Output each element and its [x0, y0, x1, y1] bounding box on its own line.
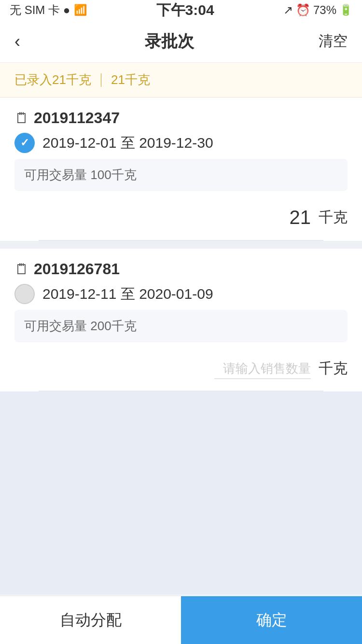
wifi-icon: 📶	[74, 4, 87, 16]
batch-id-icon-1: 🗒	[14, 110, 29, 126]
batch-1-date-row[interactable]: ✓ 2019-12-01 至 2019-12-30	[0, 131, 362, 159]
confirm-button[interactable]: 确定	[181, 596, 362, 644]
nav-bar: ‹ 录批次 清空	[0, 20, 362, 63]
batch-2-date: 2019-12-11 至 2020-01-09	[42, 284, 213, 304]
bottom-bar: 自动分配 确定	[0, 596, 362, 644]
batch-2-id: 2019126781	[34, 260, 120, 278]
batch-2-header: 🗒 2019126781	[0, 249, 362, 282]
back-button[interactable]: ‹	[14, 31, 20, 52]
auto-distribute-button[interactable]: 自动分配	[0, 596, 181, 644]
location-icon: ↗	[283, 3, 293, 17]
batch-1-header: 🗒 2019112347	[0, 98, 362, 131]
battery-level: 73%	[313, 3, 336, 17]
batch-2-checkbox[interactable]	[14, 284, 35, 304]
batch-item-2: 🗒 2019126781 2019-12-11 至 2020-01-09 可用交…	[0, 249, 362, 392]
empty-area	[0, 392, 362, 594]
checkmark-icon: ✓	[20, 137, 29, 149]
summary-banner: 已录入21千克 21千克	[0, 63, 362, 98]
batch-2-available: 可用交易量 200千克	[14, 310, 348, 342]
batch-1-quantity-row: 21 千克	[0, 199, 362, 240]
alarm-icon: ⏰	[296, 3, 310, 17]
battery-icon: 🔋	[339, 4, 352, 16]
batch-1-checkbox[interactable]: ✓	[14, 133, 35, 153]
batch-2-unit: 千克	[319, 359, 348, 378]
batch-1-unit: 千克	[319, 208, 348, 227]
status-bar: 无 SIM 卡 ● 📶 下午3:04 ↗ ⏰ 73% 🔋	[0, 0, 362, 20]
batch-item-1: 🗒 2019112347 ✓ 2019-12-01 至 2019-12-30 可…	[0, 98, 362, 241]
clear-button[interactable]: 清空	[319, 31, 348, 51]
batch-1-quantity-value: 21	[290, 207, 311, 228]
summary-total: 21千克	[111, 71, 150, 88]
batch-1-available: 可用交易量 100千克	[14, 159, 348, 191]
batch-2-quantity-row[interactable]: 千克	[0, 350, 362, 391]
batch-2-date-row[interactable]: 2019-12-11 至 2020-01-09	[0, 282, 362, 310]
batch-2-quantity-input[interactable]	[214, 358, 311, 379]
summary-recorded: 已录入21千克	[14, 71, 91, 88]
batch-id-icon-2: 🗒	[14, 261, 29, 278]
page-title: 录批次	[145, 30, 194, 53]
sim-label: 无 SIM 卡 ●	[10, 2, 70, 18]
status-time: 下午3:04	[156, 0, 214, 20]
status-left: 无 SIM 卡 ● 📶	[10, 2, 87, 18]
batch-1-id: 2019112347	[34, 109, 120, 127]
batch-1-date: 2019-12-01 至 2019-12-30	[42, 133, 213, 153]
status-right: ↗ ⏰ 73% 🔋	[283, 3, 352, 17]
summary-divider	[101, 73, 101, 87]
section-gap-1	[0, 241, 362, 249]
